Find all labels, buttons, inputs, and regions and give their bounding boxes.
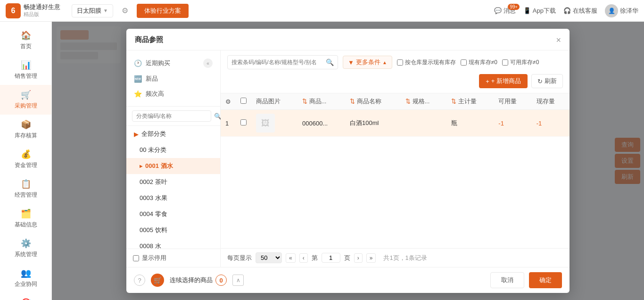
nav-messages[interactable]: 💬 消息 99+: [494, 7, 516, 15]
category-all[interactable]: ▶ 全部分类: [126, 126, 220, 142]
brand-text: 畅捷通好生意 精品版: [24, 3, 60, 18]
sidebar-item-purchase[interactable]: 🛒 采购管理: [0, 85, 51, 115]
page-total-info: 共1页，1条记录: [383, 254, 427, 262]
sidebar-item-inventory[interactable]: 📦 库存核算: [0, 115, 51, 144]
recent-item-recent-purchase[interactable]: 🕐 近期购买 «: [126, 55, 220, 71]
th-spec[interactable]: ⇅ 规格...: [401, 93, 446, 110]
sidebar-item-sales[interactable]: 📊 销售管理: [0, 55, 51, 85]
nav-selector[interactable]: 日太阳膜 ▼: [72, 4, 113, 17]
th-code[interactable]: ⇅ 商品...: [297, 93, 345, 110]
modal-overlay: 商品参照 × 🕐 近期购买 «: [52, 22, 644, 300]
close-icon[interactable]: ×: [556, 36, 561, 44]
message-icon: 💬: [494, 7, 502, 14]
th-checkbox[interactable]: [236, 93, 251, 110]
sidebar-item-home[interactable]: 🏠 首页: [0, 25, 51, 55]
plus-icon: +: [486, 78, 489, 85]
nav-customer-service[interactable]: 🎧 在线客服: [563, 7, 597, 15]
last-page-btn[interactable]: »: [366, 253, 376, 263]
recent-item-frequent[interactable]: ⭐ 频次高: [126, 86, 220, 101]
category-liquor[interactable]: ▶ 0001 酒水: [126, 158, 220, 174]
recent-item-new[interactable]: 🆕 新品: [126, 71, 220, 86]
refresh-btn[interactable]: ↻ 刷新: [531, 74, 563, 88]
nav-user[interactable]: 👤 徐泽华: [605, 4, 638, 17]
star-icon: ⭐: [134, 90, 142, 98]
category-snack[interactable]: 0004 零食: [126, 206, 220, 222]
avatar: 👤: [605, 4, 618, 17]
more-filter-btn[interactable]: ▼ 更多条件 ▲: [343, 56, 392, 69]
sidebar-item-finance[interactable]: 💰 资金管理: [0, 144, 51, 174]
finance-icon: 💰: [21, 149, 31, 159]
top-nav: 6 畅捷通好生意 精品版 日太阳膜 ▼ ⚙ 体验行业方案 💬 消息 99+ 📱 …: [0, 0, 644, 22]
page-input[interactable]: [322, 253, 340, 263]
th-available: 可用量: [494, 93, 531, 110]
available-nonzero-label[interactable]: 可用库存≠0: [502, 58, 539, 67]
help-icon[interactable]: ?: [134, 275, 145, 286]
sidebar-item-basic-info[interactable]: 🗂️ 基础信息: [0, 204, 51, 233]
available-nonzero-checkbox[interactable]: [502, 59, 508, 66]
category-beverage[interactable]: 0005 饮料: [126, 222, 220, 238]
warehouse-display-checkbox[interactable]: [397, 59, 403, 66]
expand-icon: ▶: [134, 131, 139, 138]
product-table: ⚙ 商品图片 ⇅ 商品... ⇅ 商品名称: [221, 93, 570, 137]
stock-nonzero-checkbox[interactable]: [461, 59, 467, 66]
footer-right: 取消 确定: [490, 272, 562, 288]
sidebar-item-operations[interactable]: 📋 经营管理: [0, 174, 51, 204]
product-ref-modal: 商品参照 × 🕐 近期购买 «: [126, 29, 570, 293]
cart-icon[interactable]: 🛒: [151, 274, 164, 287]
show-disabled-label[interactable]: 显示停用: [142, 254, 166, 262]
th-stock: 现存量: [532, 93, 570, 110]
settings-icon[interactable]: ⚙: [118, 4, 132, 18]
chevron-down-icon: ▼: [103, 8, 108, 13]
logo-area: 6 畅捷通好生意 精品版: [6, 3, 67, 18]
product-search-btn[interactable]: 🔍: [322, 58, 338, 66]
warehouse-display-label[interactable]: 按仓库显示现有库存: [397, 58, 456, 67]
sidebar-item-guide[interactable]: 🎯 新手引导: [0, 293, 51, 300]
sort-icon: ⇅: [302, 98, 307, 105]
consecutive-label: 连续选择的商品: [170, 276, 213, 284]
nav-app-download[interactable]: 📱 App下载: [523, 7, 556, 15]
td-code: 000600...: [297, 110, 345, 137]
td-seq: 1: [221, 110, 236, 137]
th-unit[interactable]: ⇅ 主计量: [446, 93, 494, 110]
pagination: 每页显示 20 50 100 « ‹ 第 页 ›: [221, 248, 570, 267]
row-checkbox[interactable]: [240, 119, 247, 125]
per-page-select[interactable]: 20 50 100: [256, 252, 282, 263]
product-search-input[interactable]: [228, 59, 322, 66]
show-disabled-checkbox[interactable]: [133, 255, 139, 261]
add-product-btn[interactable]: + + 新增商品: [479, 74, 528, 88]
sidebar-item-collab[interactable]: 👥 企业协同: [0, 263, 51, 293]
sidebar-item-system[interactable]: ⚙️ 系统管理: [0, 233, 51, 263]
td-check[interactable]: [236, 110, 251, 137]
modal-header: 商品参照 ×: [126, 29, 570, 50]
td-available: -1: [494, 110, 531, 137]
category-fruit[interactable]: 0003 水果: [126, 190, 220, 206]
next-page-btn[interactable]: ›: [354, 253, 363, 263]
category-tea[interactable]: 0002 茶叶: [126, 174, 220, 190]
cancel-btn[interactable]: 取消: [490, 272, 524, 288]
sort-spec-icon: ⇅: [405, 98, 411, 105]
confirm-btn[interactable]: 确定: [529, 272, 562, 288]
modal-toolbar: 🔍 ▼ 更多条件 ▲ 按仓库显示现有库存: [221, 50, 570, 93]
recent-items: 🕐 近期购买 « 🆕 新品 ⭐ 频次高: [126, 50, 220, 107]
guide-icon: 🎯: [21, 298, 31, 300]
sort-unit-icon: ⇅: [451, 98, 456, 105]
category-search-input[interactable]: [132, 110, 211, 122]
purchase-icon: 🛒: [21, 90, 31, 100]
select-all-checkbox[interactable]: [240, 98, 247, 104]
consecutive-count: 0: [215, 275, 227, 286]
page-content: 查询 设置 刷新 商品参照 × 🕐: [52, 22, 644, 300]
th-name[interactable]: ⇅ 商品名称: [345, 93, 401, 110]
category-uncategorized[interactable]: 00 未分类: [126, 142, 220, 158]
modal-left-footer: 显示停用: [126, 249, 220, 267]
td-unit: 瓶: [446, 110, 494, 137]
exp-btn[interactable]: 体验行业方案: [137, 4, 189, 18]
collapse-left-icon[interactable]: «: [203, 58, 213, 68]
prev-page-btn[interactable]: ‹: [299, 253, 308, 263]
stock-nonzero-label[interactable]: 现有库存≠0: [461, 58, 497, 67]
category-water[interactable]: 0008 水: [126, 238, 220, 249]
first-page-btn[interactable]: «: [286, 253, 296, 263]
footer-collapse-icon[interactable]: ∧: [232, 275, 244, 286]
th-gear[interactable]: ⚙: [221, 93, 236, 110]
modal-right-panel: 🔍 ▼ 更多条件 ▲ 按仓库显示现有库存: [221, 50, 570, 267]
table-row[interactable]: 1 🖼 000600... 白酒100ml 瓶: [221, 110, 570, 137]
